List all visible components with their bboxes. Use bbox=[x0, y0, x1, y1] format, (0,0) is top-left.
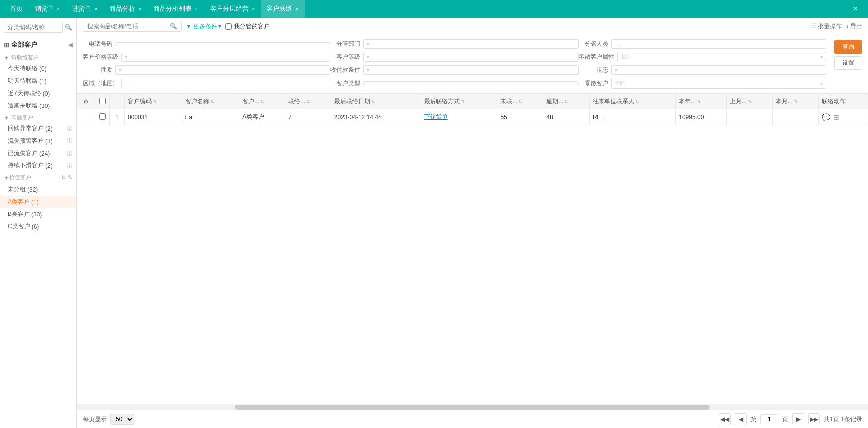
query-button[interactable]: 查询 bbox=[834, 40, 862, 54]
first-page-button[interactable]: ◀◀ bbox=[719, 413, 731, 425]
col-overdue[interactable]: 逾期... ⇅ bbox=[543, 94, 590, 109]
qr-icon[interactable]: ⊞ bbox=[833, 113, 839, 121]
col-customer-name[interactable]: 客户名称 ⇅ bbox=[182, 94, 239, 109]
sidebar-item-b-class[interactable]: B类客户 (33) bbox=[0, 208, 76, 220]
main-search-icon[interactable]: 🔍 bbox=[170, 23, 177, 30]
sidebar-item-declining[interactable]: 持续下滑客户 (2) ⓘ bbox=[0, 160, 76, 172]
main-search-input[interactable] bbox=[87, 23, 170, 30]
per-page-select[interactable]: 50 bbox=[110, 414, 134, 425]
repurchase-info-icon[interactable]: ⓘ bbox=[67, 125, 72, 132]
filter-status-label: 状态 bbox=[579, 66, 608, 74]
refresh-icon[interactable]: ↻ bbox=[61, 174, 66, 181]
sidebar-item-a-class[interactable]: A类客户 (1) bbox=[0, 196, 76, 208]
close-purchase-tab[interactable]: × bbox=[94, 6, 97, 12]
col-last-method[interactable]: 最后联络方式 ⇅ bbox=[421, 94, 497, 109]
batch-op-button[interactable]: ☰ 批量操作 bbox=[811, 22, 842, 31]
pending-contact-group[interactable]: ▼ 待联络客户 bbox=[0, 52, 76, 62]
my-customer-checkbox[interactable] bbox=[225, 23, 232, 30]
col-gear[interactable]: ⚙ bbox=[77, 94, 95, 109]
col-checkbox[interactable] bbox=[95, 94, 110, 109]
row-checkbox-cell[interactable] bbox=[95, 109, 110, 125]
filter-customer-grade-select[interactable]: ▾ bbox=[363, 53, 578, 62]
col-no-contact[interactable]: 未联... ⇅ bbox=[497, 94, 543, 109]
action-icons: 💬 ⊞ bbox=[822, 113, 865, 121]
close-analysis-list-tab[interactable]: × bbox=[195, 6, 198, 12]
nav-tab-analysis-list[interactable]: 商品分析列表 × bbox=[147, 0, 204, 18]
person-dots-icon[interactable]: ... bbox=[617, 41, 621, 47]
col-last-month[interactable]: 上月... ⇅ bbox=[726, 94, 772, 109]
close-sales-tab[interactable]: × bbox=[57, 6, 60, 12]
all-customers-header[interactable]: ⊞ 全部客户 ◀ bbox=[0, 37, 76, 52]
nav-tab-analysis[interactable]: 商品分析 × bbox=[104, 0, 147, 18]
window-close-button[interactable]: × bbox=[846, 0, 864, 18]
row-last-method-link[interactable]: 下销货单 bbox=[424, 113, 448, 120]
sort-no-contact-icon: ⇅ bbox=[518, 99, 522, 104]
nav-home[interactable]: 首页 bbox=[4, 0, 29, 18]
main-search-box: 🔍 bbox=[83, 21, 182, 32]
filter-payment-select[interactable]: ▾ bbox=[363, 65, 578, 75]
col-last-date-label: 最后联络日期 bbox=[334, 97, 370, 106]
row-checkbox[interactable] bbox=[99, 113, 106, 120]
h-scroll-thumb[interactable] bbox=[235, 405, 709, 410]
value-customer-group-header: ▼ 价值客户 ↻ ✎ bbox=[0, 172, 76, 183]
sidebar-item-repurchase-abnormal[interactable]: 回购异常客户 (2) ⓘ bbox=[0, 122, 76, 135]
sidebar-item-overdue-contact[interactable]: 逾期未联络 (30) bbox=[0, 100, 76, 112]
sidebar-item-churned[interactable]: 已流失客户 (24) ⓘ bbox=[0, 147, 76, 160]
my-customer-checkbox-area[interactable]: 我分管的客户 bbox=[225, 22, 270, 31]
export-button[interactable]: ↓ 导出 bbox=[846, 22, 862, 31]
select-all-checkbox[interactable] bbox=[99, 98, 106, 104]
filter-retail-customer-select[interactable]: 全部 ▾ bbox=[611, 78, 826, 89]
col-this-month[interactable]: 本月... ⇅ bbox=[772, 94, 818, 109]
close-analysis-tab[interactable]: × bbox=[138, 6, 141, 12]
gear-icon[interactable]: ⚙ bbox=[83, 98, 89, 105]
setting-button[interactable]: 设置 bbox=[834, 56, 862, 70]
sidebar-search-icon[interactable]: 🔍 bbox=[65, 24, 72, 31]
filter-price-grade-select[interactable]: ▾ bbox=[121, 53, 330, 62]
sidebar-item-churn-warning[interactable]: 流失预警客户 (3) ⓘ bbox=[0, 135, 76, 147]
problem-customer-group[interactable]: ▼ 问题客户 bbox=[0, 112, 76, 122]
more-filters-button[interactable]: ▼ 更多条件 ▾ bbox=[186, 22, 221, 31]
all-customers-label: 全部客户 bbox=[11, 40, 37, 49]
message-icon[interactable]: 💬 bbox=[822, 113, 830, 121]
close-customer-contact-tab[interactable]: × bbox=[295, 6, 298, 12]
page-number-input[interactable] bbox=[760, 414, 778, 424]
row-last-method[interactable]: 下销货单 bbox=[421, 109, 497, 125]
filter-status-select[interactable]: ▾ bbox=[611, 65, 826, 75]
filter-dept-select[interactable]: ▾ bbox=[363, 39, 578, 49]
declining-info-icon[interactable]: ⓘ bbox=[67, 162, 72, 169]
nav-tab-purchase[interactable]: 进货单 × bbox=[66, 0, 103, 18]
filter-phone-input[interactable] bbox=[115, 42, 330, 46]
filter-nature-select[interactable]: ▾ bbox=[115, 65, 330, 75]
sidebar-search-input[interactable] bbox=[4, 22, 63, 33]
churn-warning-info-icon[interactable]: ⓘ bbox=[67, 137, 72, 145]
nav-tab-customer-contact[interactable]: 客户联络 × bbox=[261, 0, 304, 18]
filter-region-input[interactable]: ... bbox=[121, 79, 330, 88]
region-dots-icon[interactable]: ... bbox=[127, 81, 131, 86]
filter-person-input[interactable]: ... bbox=[611, 39, 826, 49]
col-customer-code[interactable]: 客户编码 ⇅ bbox=[125, 94, 182, 109]
col-unit-contact[interactable]: 往来单位联系人 ⇅ bbox=[590, 94, 676, 109]
filter-customer-grade-label: 客户等级 bbox=[330, 53, 360, 61]
nav-tab-customer-tier[interactable]: 客户分层经营 × bbox=[204, 0, 261, 18]
collapse-sidebar-icon[interactable]: ◀ bbox=[68, 42, 72, 48]
sidebar-item-unclassified[interactable]: 未分组 (32) bbox=[0, 183, 76, 196]
last-page-button[interactable]: ▶▶ bbox=[808, 413, 820, 425]
sidebar-item-tomorrow-contact[interactable]: 明天待联络 (1) bbox=[0, 75, 76, 87]
churned-info-icon[interactable]: ⓘ bbox=[67, 150, 72, 157]
filter-retail-attr-select[interactable]: 全部 ▾ bbox=[617, 52, 826, 62]
table-header-row: ⚙ 客户编码 ⇅ bbox=[77, 94, 868, 109]
prev-page-button[interactable]: ◀ bbox=[735, 413, 747, 425]
edit-icon[interactable]: ✎ bbox=[68, 174, 72, 181]
col-contact-count[interactable]: 联络... ⇅ bbox=[285, 94, 331, 109]
sidebar-item-7day-contact[interactable]: 近7天待联络 (0) bbox=[0, 87, 76, 100]
nav-tab-sales[interactable]: 销货单 × bbox=[29, 0, 66, 18]
col-this-year[interactable]: 本年... ⇅ bbox=[676, 94, 727, 109]
close-customer-tier-tab[interactable]: × bbox=[252, 6, 255, 12]
sidebar-item-today-contact[interactable]: 今天待联络 (0) bbox=[0, 62, 76, 75]
filter-customer-type-input[interactable] bbox=[363, 81, 578, 85]
col-customer-type[interactable]: 客户... ⇅ bbox=[239, 94, 285, 109]
sidebar-item-c-class[interactable]: C类客户 (6) bbox=[0, 220, 76, 233]
col-last-date[interactable]: 最后联络日期 ⇅ bbox=[331, 94, 421, 109]
next-page-button[interactable]: ▶ bbox=[792, 413, 804, 425]
my-customer-label: 我分管的客户 bbox=[234, 22, 270, 31]
